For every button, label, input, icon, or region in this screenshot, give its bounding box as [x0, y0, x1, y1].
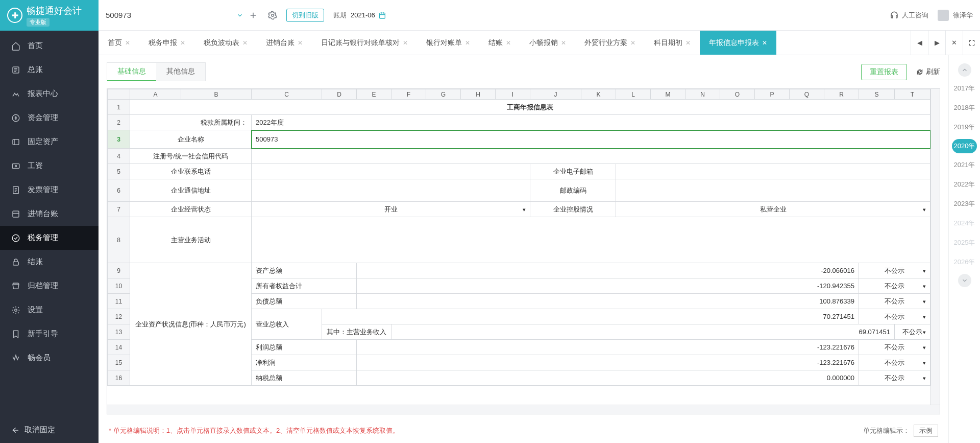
settings-icon[interactable] — [267, 10, 278, 21]
year-item[interactable]: 2020年 — [952, 139, 977, 153]
tab[interactable]: 进销台账✕ — [257, 31, 312, 55]
nav-archive[interactable]: 归档管理 — [0, 274, 99, 298]
nav-ledger[interactable]: 总账 — [0, 58, 99, 82]
year-down-button[interactable] — [958, 274, 971, 287]
year-item[interactable]: 2019年 — [949, 118, 980, 137]
calendar-icon[interactable] — [378, 11, 386, 19]
close-icon[interactable]: ✕ — [125, 39, 130, 46]
year-item[interactable]: 2022年 — [949, 175, 980, 194]
tab[interactable]: 年报信息申报表✕ — [700, 31, 776, 55]
nav-settings[interactable]: 设置 — [0, 298, 99, 322]
column-header[interactable]: F — [391, 89, 426, 100]
tab[interactable]: 税务申报✕ — [139, 31, 194, 55]
old-version-button[interactable]: 切到旧版 — [286, 9, 324, 22]
tab[interactable]: 科目期初✕ — [645, 31, 700, 55]
refresh-button[interactable]: 刷新 — [916, 67, 940, 77]
column-header[interactable]: C — [252, 89, 322, 100]
nav-fixed-assets[interactable]: 固定资产 — [0, 130, 99, 154]
column-header[interactable]: Q — [790, 89, 824, 100]
publish-select[interactable]: 不公示 — [895, 324, 930, 340]
year-item[interactable]: 2023年 — [949, 194, 980, 214]
column-header[interactable]: P — [755, 89, 790, 100]
nav-funds[interactable]: 资金管理 — [0, 106, 99, 130]
close-icon[interactable]: ✕ — [762, 39, 767, 46]
column-header[interactable]: E — [357, 89, 391, 100]
consult-button[interactable]: 人工咨询 — [890, 11, 928, 20]
year-item[interactable]: 2017年 — [949, 79, 980, 98]
subtab-basic[interactable]: 基础信息 — [107, 63, 156, 81]
publish-select[interactable]: 不公示 — [859, 309, 930, 324]
add-button[interactable] — [248, 10, 259, 21]
column-header[interactable]: O — [720, 89, 755, 100]
publish-select[interactable]: 不公示 — [859, 278, 930, 294]
publish-select[interactable]: 不公示 — [859, 370, 930, 386]
year-item[interactable]: 2021年 — [949, 155, 980, 175]
nav-reports[interactable]: 报表中心 — [0, 82, 99, 106]
nav-vip[interactable]: 畅会员 — [0, 346, 99, 370]
column-header[interactable]: R — [824, 89, 859, 100]
nav-invoice[interactable]: 发票管理 — [0, 178, 99, 202]
column-header[interactable]: T — [895, 89, 930, 100]
publish-select[interactable]: 不公示 — [859, 294, 930, 309]
select-all-cell[interactable] — [108, 89, 130, 100]
year-item[interactable]: 2024年 — [949, 214, 980, 233]
column-header[interactable]: S — [859, 89, 895, 100]
tab[interactable]: 外贸行业方案✕ — [575, 31, 645, 55]
vertical-scrollbar[interactable] — [930, 89, 940, 405]
year-item[interactable]: 2026年 — [949, 252, 980, 272]
close-icon[interactable]: ✕ — [561, 39, 566, 46]
year-up-button[interactable] — [958, 63, 971, 77]
tabs-fullscreen[interactable] — [963, 31, 980, 55]
tab[interactable]: 税负波动表✕ — [194, 31, 257, 55]
close-icon[interactable]: ✕ — [242, 39, 248, 46]
close-icon[interactable]: ✕ — [630, 39, 635, 46]
nav-closing[interactable]: 结账 — [0, 250, 99, 274]
column-header[interactable]: G — [426, 89, 461, 100]
tabs-close-all[interactable]: ✕ — [945, 31, 963, 55]
column-header[interactable]: B — [181, 89, 252, 100]
nav-salary[interactable]: 工资 — [0, 154, 99, 178]
example-button[interactable]: 示例 — [914, 425, 938, 437]
close-icon[interactable]: ✕ — [180, 39, 185, 46]
tab[interactable]: 结账✕ — [479, 31, 520, 55]
column-header[interactable]: N — [685, 89, 720, 100]
column-header[interactable]: K — [581, 89, 616, 100]
year-item[interactable]: 2025年 — [949, 233, 980, 252]
unpin-button[interactable]: 取消固定 — [0, 417, 99, 443]
year-item[interactable]: 2018年 — [949, 98, 980, 118]
business-status-select[interactable]: 开业 — [252, 202, 530, 217]
tab[interactable]: 日记账与银行对账单核对✕ — [312, 31, 417, 55]
nav-guide[interactable]: 新手引导 — [0, 322, 99, 346]
publish-select[interactable]: 不公示 — [859, 340, 930, 355]
close-icon[interactable]: ✕ — [403, 39, 408, 46]
column-header[interactable]: A — [130, 89, 181, 100]
close-icon[interactable]: ✕ — [298, 39, 303, 46]
nav-home[interactable]: 首页 — [0, 34, 99, 58]
tab[interactable]: 银行对账单✕ — [417, 31, 479, 55]
company-selector[interactable]: 500973 — [106, 11, 243, 19]
publish-select[interactable]: 不公示 — [859, 263, 930, 278]
publish-select[interactable]: 不公示 — [859, 355, 930, 370]
tab[interactable]: 首页✕ — [99, 31, 139, 55]
reset-report-button[interactable]: 重置报表 — [861, 64, 907, 80]
tabs-scroll-left[interactable]: ◀ — [911, 31, 928, 55]
company-name-cell[interactable]: 500973 — [252, 130, 930, 149]
period-value[interactable]: 2021-06 — [351, 11, 375, 19]
horizontal-scrollbar[interactable] — [107, 405, 940, 414]
nav-tax[interactable]: 税务管理 — [0, 226, 99, 250]
user-menu[interactable]: 徐泽华 — [938, 10, 973, 21]
column-header[interactable]: D — [322, 89, 357, 100]
column-header[interactable]: J — [530, 89, 581, 100]
spreadsheet[interactable]: ABCDEFGHIJKLMNOPQRST 1工商年报信息表 2税款所属期间：20… — [107, 88, 940, 414]
column-header[interactable]: M — [651, 89, 685, 100]
column-header[interactable]: L — [616, 89, 651, 100]
nav-purchase-sales[interactable]: 进销台账 — [0, 202, 99, 226]
close-icon[interactable]: ✕ — [465, 39, 470, 46]
subtab-other[interactable]: 其他信息 — [156, 63, 205, 81]
tab[interactable]: 小畅报销✕ — [520, 31, 575, 55]
close-icon[interactable]: ✕ — [506, 39, 511, 46]
column-header[interactable]: H — [461, 89, 496, 100]
column-header[interactable]: I — [496, 89, 530, 100]
close-icon[interactable]: ✕ — [685, 39, 691, 46]
tabs-scroll-right[interactable]: ▶ — [928, 31, 945, 55]
